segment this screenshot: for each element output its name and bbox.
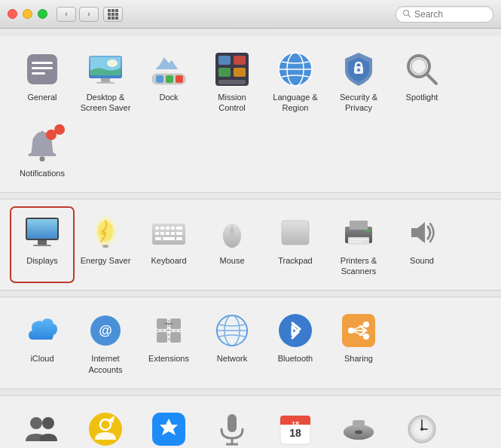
svg-point-60: [230, 228, 234, 234]
back-button[interactable]: ‹: [57, 7, 76, 22]
desktop-screensaver-icon: [86, 50, 125, 89]
pref-item-time-machine[interactable]: Time Machine: [392, 405, 452, 448]
svg-rect-36: [38, 240, 47, 245]
printers-scanners-icon: [339, 213, 378, 252]
svg-rect-22: [218, 80, 246, 84]
pref-item-dock[interactable]: Dock: [139, 45, 199, 118]
close-button[interactable]: [8, 9, 17, 19]
svg-text:18: 18: [289, 427, 301, 439]
icloud-label: iCloud: [30, 353, 53, 364]
displays-label: Displays: [26, 255, 58, 266]
grid-view-button[interactable]: [103, 7, 123, 22]
svg-rect-49: [155, 232, 159, 235]
svg-rect-75: [170, 332, 181, 343]
icloud-icon: [23, 311, 62, 350]
security-privacy-icon: [339, 50, 378, 89]
sharing-label: Sharing: [344, 353, 373, 364]
dock-icon: [149, 50, 188, 89]
pref-item-trackpad[interactable]: Trackpad: [265, 209, 325, 282]
svg-point-85: [30, 417, 42, 429]
notifications-badge: [54, 124, 65, 135]
bluetooth-label: Bluetooth: [278, 353, 313, 364]
svg-rect-52: [171, 232, 175, 235]
pref-item-sound[interactable]: Sound: [392, 209, 452, 282]
parental-controls-icon: [86, 410, 125, 448]
pref-item-keyboard[interactable]: Keyboard: [139, 209, 199, 282]
trackpad-label: Trackpad: [278, 255, 312, 266]
svg-rect-16: [176, 75, 183, 83]
mouse-label: Mouse: [219, 255, 244, 266]
svg-rect-48: [176, 227, 182, 230]
pref-item-displays[interactable]: Displays: [12, 209, 72, 282]
pref-item-dictation-speech[interactable]: Dictation & Speech: [202, 405, 262, 448]
pref-item-internet-accounts[interactable]: @ Internet Accounts: [75, 306, 136, 379]
pref-item-users-groups[interactable]: Users & Groups: [12, 405, 72, 448]
language-region-label: Language & Region: [268, 92, 322, 114]
window-controls: [8, 9, 47, 19]
pref-item-network[interactable]: Network: [202, 306, 262, 379]
pref-item-sharing[interactable]: Sharing: [328, 306, 389, 379]
pref-item-date-time[interactable]: 18 18 Date & Time: [265, 405, 325, 448]
svg-rect-56: [176, 237, 182, 240]
svg-rect-53: [176, 232, 182, 235]
startup-disk-icon: [339, 410, 378, 448]
app-store-icon: [149, 410, 188, 448]
svg-rect-41: [102, 245, 108, 248]
pref-item-extensions[interactable]: Extensions: [139, 306, 199, 379]
svg-rect-38: [27, 219, 57, 239]
svg-point-79: [217, 315, 247, 346]
pref-item-notifications[interactable]: Notifications: [12, 121, 72, 183]
pref-item-printers-scanners[interactable]: Printers & Scanners: [328, 209, 389, 282]
printers-scanners-label: Printers & Scanners: [331, 255, 386, 277]
mouse-icon: [212, 213, 252, 252]
pref-item-spotlight[interactable]: Spotlight: [392, 45, 452, 118]
pref-item-language-region[interactable]: Language & Region: [265, 45, 325, 118]
pref-item-mission-control[interactable]: Mission Control: [202, 45, 262, 118]
svg-rect-55: [163, 237, 175, 240]
svg-rect-8: [101, 78, 110, 82]
spotlight-label: Spotlight: [406, 92, 438, 102]
preferences-content: General Desktop & Screen Saver Dock Miss…: [0, 29, 501, 448]
displays-icon: [23, 213, 62, 252]
svg-rect-44: [155, 227, 159, 230]
svg-point-88: [100, 419, 111, 430]
svg-point-31: [411, 59, 426, 74]
pref-item-parental-controls[interactable]: Parental Controls: [75, 405, 136, 448]
svg-point-32: [40, 156, 45, 161]
pref-item-startup-disk[interactable]: Startup Disk: [328, 405, 389, 448]
svg-rect-45: [160, 227, 164, 230]
svg-point-101: [355, 431, 362, 434]
pref-item-general[interactable]: General: [12, 45, 72, 118]
users-groups-icon: [23, 410, 62, 448]
trackpad-icon: [276, 213, 315, 252]
pref-item-desktop-screensaver[interactable]: Desktop & Screen Saver: [75, 45, 136, 118]
pref-item-energy-saver[interactable]: Energy Saver: [75, 209, 136, 282]
sound-label: Sound: [410, 255, 434, 266]
pref-item-bluetooth[interactable]: Bluetooth: [265, 306, 325, 379]
date-time-icon: 18 18: [276, 410, 315, 448]
nav-buttons: ‹ ›: [57, 7, 99, 22]
svg-rect-54: [155, 237, 161, 240]
minimize-button[interactable]: [23, 9, 32, 19]
svg-point-69: [366, 230, 369, 233]
bluetooth-icon: [276, 311, 315, 350]
svg-rect-14: [156, 75, 163, 83]
svg-rect-68: [350, 241, 362, 242]
pref-item-icloud[interactable]: iCloud: [12, 306, 72, 379]
search-box[interactable]: [396, 6, 493, 23]
mission-control-label: Mission Control: [205, 92, 259, 114]
pref-item-security-privacy[interactable]: Security & Privacy: [328, 45, 389, 118]
pref-item-app-store[interactable]: App Store: [139, 405, 199, 448]
section-hardware: Displays Energy Saver Keyboard: [0, 199, 501, 291]
svg-rect-50: [160, 232, 164, 235]
titlebar: ‹ ›: [0, 0, 501, 29]
maximize-button[interactable]: [38, 9, 47, 19]
forward-button[interactable]: ›: [79, 7, 99, 22]
search-input[interactable]: [414, 9, 482, 20]
pref-item-mouse[interactable]: Mouse: [202, 209, 262, 282]
svg-rect-74: [157, 332, 167, 343]
svg-rect-46: [166, 227, 170, 230]
desktop-screensaver-label: Desktop & Screen Saver: [78, 92, 133, 114]
language-region-icon: [276, 50, 315, 89]
svg-line-1: [408, 14, 411, 17]
